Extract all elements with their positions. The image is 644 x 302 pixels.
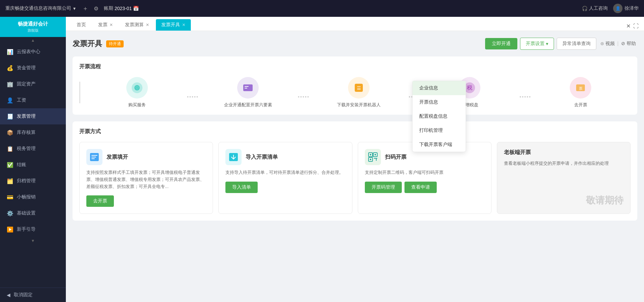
- company-name: 重庆畅捷交通信息咨询有限公司: [5, 5, 71, 11]
- tab-invoice[interactable]: 发票 ✕: [93, 19, 118, 31]
- archive-icon: 🗂️: [7, 178, 13, 184]
- go-invoice-button[interactable]: 去开票: [86, 195, 114, 207]
- check-icon: ✅: [7, 161, 13, 168]
- method-header-boss: 老板端开票: [504, 149, 624, 156]
- dropdown-item-company-info[interactable]: 企业信息: [413, 81, 466, 95]
- sidebar-item-label: 结账: [17, 162, 26, 168]
- user-info[interactable]: 👤 徐泽华: [613, 4, 639, 13]
- dropdown-item-download-client[interactable]: 下载开票客户端: [413, 138, 466, 152]
- sidebar-item-yunbao[interactable]: 📊 云报表中心: [0, 44, 66, 60]
- logo-text: 畅捷通好会计: [18, 21, 48, 27]
- add-icon[interactable]: ＋: [82, 4, 88, 12]
- tab-issue[interactable]: 发票开具 ✕: [156, 19, 191, 31]
- settings-icon[interactable]: ⚙: [94, 5, 98, 12]
- chevron-down-icon: ▾: [546, 41, 548, 46]
- svg-rect-12: [91, 155, 97, 156]
- company-selector[interactable]: 重庆畅捷交通信息咨询有限公司 ▾: [5, 5, 76, 11]
- sidebar-item-gudingzichan[interactable]: 🏢 固定资产: [0, 76, 66, 92]
- svg-rect-22: [374, 158, 377, 159]
- play-icon: ▶️: [7, 226, 13, 233]
- qr-manage-button[interactable]: 开票码管理: [365, 182, 402, 193]
- sidebar: 畅捷通好会计 旗舰版 ▲ 📊 云报表中心 💰 资金管理 🏢 固定资产 👤 工资 …: [0, 17, 66, 302]
- unpin-icon: ◀: [7, 292, 10, 298]
- sidebar-scroll-up[interactable]: ▲: [0, 37, 66, 44]
- scan-invoice-icon: [365, 149, 381, 165]
- method-header-import: 导入开票清单: [225, 149, 345, 165]
- method-scan-desc: 支持定制开票二维码，客户端可扫码开票: [365, 169, 484, 176]
- avatar: 👤: [613, 4, 622, 13]
- sidebar-item-label: 工资: [17, 97, 26, 103]
- fill-invoice-icon: [86, 149, 102, 165]
- method-card-scan: 扫码开票 支持定制开票二维码，客户端可扫码开票 开票码管理 查看申请: [358, 142, 491, 214]
- svg-rect-2: [243, 84, 253, 91]
- settings-dropdown-button[interactable]: 开票设置 ▾: [520, 38, 554, 50]
- gear-icon: ⚙️: [7, 210, 13, 217]
- svg-rect-21: [370, 159, 371, 160]
- sidebar-item-guidang[interactable]: 🗂️ 归档管理: [0, 173, 66, 189]
- page-header: 发票开具 待开通 立即开通 开票设置 ▾ 异常清单查询 ⊙ 视频 | ⊘ 帮助: [73, 38, 637, 50]
- sidebar-item-zijin[interactable]: 💰 资金管理: [0, 60, 66, 76]
- tab-close-icon[interactable]: ✕: [626, 23, 631, 29]
- tab-home[interactable]: 首页: [71, 19, 91, 31]
- activate-button[interactable]: 立即开通: [485, 38, 517, 49]
- sidebar-item-xiaochang[interactable]: 💳 小畅报销: [0, 189, 66, 205]
- support-button[interactable]: 🎧 人工咨询: [582, 5, 608, 11]
- top-bar-right: 🎧 人工咨询 👤 徐泽华: [582, 4, 639, 13]
- sidebar-bottom-label: 取消固定: [14, 292, 33, 298]
- dropdown-item-printer[interactable]: 打印机管理: [413, 123, 466, 138]
- flow-step-3-label: 下载并安装开票机器人: [337, 102, 381, 108]
- sidebar-item-label: 云报表中心: [17, 49, 40, 55]
- sidebar-item-label: 固定资产: [17, 81, 36, 87]
- method-fill-desc: 支持按照发票样式手工填开发票；可开具增值税电子普通发票、增值税普通发票、增值税专…: [86, 169, 206, 190]
- methods-section-title: 开票方式: [79, 128, 631, 135]
- flow-step-2-icon: [237, 77, 259, 99]
- building-icon: 🏢: [7, 81, 13, 87]
- import-list-button[interactable]: 导入清单: [225, 182, 258, 193]
- method-card-boss: 老板端开票 查看老板端小程序提交的开票申请，并作出相应的处理 敬请期待: [497, 142, 631, 214]
- sidebar-item-jichushezhi[interactable]: ⚙️ 基础设置: [0, 205, 66, 221]
- video-button[interactable]: ⊙ 视频 | ⊘ 帮助: [599, 38, 637, 49]
- svg-text:♡: ♡: [135, 86, 139, 90]
- svg-rect-20: [375, 154, 376, 155]
- tab-issue-close[interactable]: ✕: [182, 23, 185, 27]
- sidebar-item-label: 新手引导: [17, 226, 36, 232]
- methods-grid: 发票填开 支持按照发票样式手工填开发票；可开具增值税电子普通发票、增值税普通发票…: [79, 142, 631, 214]
- sidebar-item-quxiao[interactable]: ◀ 取消固定: [0, 288, 66, 302]
- sidebar-item-label: 库存核算: [17, 129, 36, 136]
- scan-buttons: 开票码管理 查看申请: [365, 182, 484, 193]
- sidebar-item-gongzi[interactable]: 👤 工资: [0, 92, 66, 108]
- method-boss-title: 老板端开票: [504, 149, 531, 156]
- tab-estimate-close[interactable]: ✕: [146, 23, 149, 27]
- top-bar: 重庆畅捷交通信息咨询有限公司 ▾ ＋ ⚙ 账期 2023-01 📅 🎧 人工咨询…: [0, 0, 644, 17]
- sidebar-item-kucun[interactable]: 📦 库存核算: [0, 124, 66, 141]
- tab-invoice-close[interactable]: ✕: [110, 23, 113, 27]
- abnormal-list-button[interactable]: 异常清单查询: [557, 38, 596, 50]
- box-icon: 📦: [7, 129, 13, 136]
- main-layout: 畅捷通好会计 旗舰版 ▲ 📊 云报表中心 💰 资金管理 🏢 固定资产 👤 工资 …: [0, 17, 644, 302]
- sidebar-item-jiezhang[interactable]: ✅ 结账: [0, 157, 66, 173]
- dropdown-item-tax-disk[interactable]: 配置税盘信息: [413, 109, 466, 123]
- sidebar-item-label: 税务管理: [17, 146, 36, 152]
- sidebar-item-label: 发票管理: [17, 113, 36, 119]
- expense-icon: 💳: [7, 194, 13, 200]
- tab-invoice-label: 发票: [98, 22, 108, 28]
- calendar-icon[interactable]: 📅: [133, 6, 139, 11]
- sidebar-item-fapiao[interactable]: 🧾 发票管理: [0, 108, 66, 124]
- tab-expand-icon[interactable]: ⛶: [633, 23, 639, 29]
- sidebar-item-shuiwu[interactable]: 📋 税务管理: [0, 141, 66, 157]
- sidebar-item-xinshouyindao[interactable]: ▶️ 新手引导: [0, 221, 66, 237]
- flow-step-5-label: 去开票: [574, 102, 587, 108]
- dropdown-item-invoice-info[interactable]: 开票信息: [413, 95, 466, 109]
- page-content: 发票开具 待开通 立即开通 开票设置 ▾ 异常清单查询 ⊙ 视频 | ⊘ 帮助: [66, 31, 644, 302]
- play-circle-icon: ⊙: [600, 41, 604, 46]
- support-label: 人工咨询: [589, 5, 608, 11]
- sidebar-item-label: 基础设置: [17, 210, 36, 216]
- svg-rect-14: [91, 158, 95, 159]
- svg-rect-13: [91, 157, 96, 157]
- method-scan-title: 扫码开票: [385, 154, 406, 161]
- view-apply-button[interactable]: 查看申请: [404, 182, 437, 193]
- svg-rect-19: [370, 154, 371, 155]
- tab-estimate[interactable]: 发票测算 ✕: [120, 19, 155, 31]
- method-fill-title: 发票填开: [106, 154, 128, 161]
- sidebar-scroll-down[interactable]: ▼: [0, 237, 66, 244]
